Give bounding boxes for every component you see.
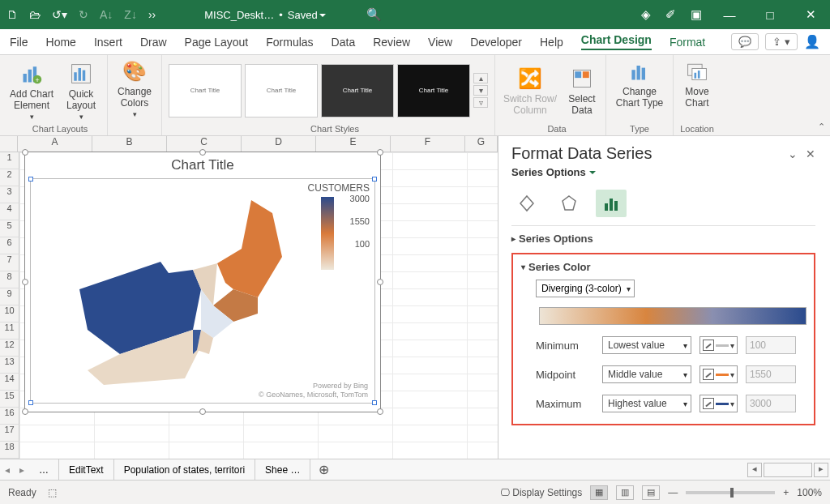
tab-nav-next[interactable]: ▸ bbox=[15, 464, 29, 476]
menu-data[interactable]: Data bbox=[332, 36, 356, 49]
change-colors-button[interactable]: 🎨 Change Colors▾ bbox=[114, 58, 155, 118]
row-header[interactable]: 8 bbox=[0, 271, 19, 288]
chart-style-3[interactable]: Chart Title bbox=[321, 64, 394, 117]
normal-view-button[interactable]: ▦ bbox=[590, 485, 608, 500]
sheet-tab[interactable]: … bbox=[29, 459, 59, 480]
series-tab-icon[interactable] bbox=[596, 190, 627, 217]
close-button[interactable]: ✕ bbox=[798, 7, 824, 22]
sheet-tab[interactable]: Shee … bbox=[255, 459, 310, 480]
col-header[interactable]: A bbox=[18, 136, 92, 152]
page-break-view-button[interactable]: ▤ bbox=[642, 485, 660, 500]
row-header[interactable]: 5 bbox=[0, 220, 19, 237]
display-settings-button[interactable]: 🖵 Display Settings bbox=[500, 487, 582, 498]
ribbon-mode-icon[interactable]: ▣ bbox=[691, 7, 702, 22]
pane-close-icon[interactable]: ✕ bbox=[806, 147, 815, 160]
maximize-button[interactable]: □ bbox=[757, 8, 783, 22]
series-options-section[interactable]: ▸Series Options bbox=[511, 233, 815, 245]
zoom-in-button[interactable]: + bbox=[783, 487, 789, 498]
row-header[interactable]: 15 bbox=[0, 391, 19, 408]
effects-tab-icon[interactable] bbox=[554, 190, 584, 217]
midpoint-dropdown[interactable]: Middle value bbox=[602, 365, 691, 383]
macro-record-icon[interactable]: ⬚ bbox=[48, 487, 57, 498]
row-header[interactable]: 12 bbox=[0, 340, 19, 357]
row-header[interactable]: 13 bbox=[0, 357, 19, 374]
change-chart-type-button[interactable]: Change Chart Type bbox=[613, 58, 666, 109]
col-header[interactable]: G bbox=[465, 136, 498, 152]
row-header[interactable]: 6 bbox=[0, 237, 19, 254]
chart-style-2[interactable]: Chart Title bbox=[245, 64, 318, 117]
col-header[interactable]: B bbox=[92, 136, 167, 152]
premium-icon[interactable]: ◈ bbox=[641, 7, 651, 22]
minimum-dropdown[interactable]: Lowest value bbox=[602, 336, 691, 354]
menu-help[interactable]: Help bbox=[540, 36, 563, 49]
chart-style-4[interactable]: Chart Title bbox=[397, 64, 470, 117]
color-type-dropdown[interactable]: Diverging (3-color) bbox=[536, 280, 635, 297]
menu-view[interactable]: View bbox=[428, 36, 452, 49]
menu-page-layout[interactable]: Page Layout bbox=[185, 36, 249, 49]
page-layout-view-button[interactable]: ▥ bbox=[616, 485, 634, 500]
styles-scroll-up[interactable]: ▴ bbox=[473, 73, 488, 83]
series-color-section[interactable]: ▾Series Color bbox=[521, 261, 806, 273]
sort-asc-icon[interactable]: A↓ bbox=[100, 8, 113, 21]
col-header[interactable]: F bbox=[391, 136, 465, 152]
hscroll-track[interactable] bbox=[764, 463, 812, 477]
share-button[interactable]: ⇪ ▾ bbox=[765, 33, 798, 50]
collapse-ribbon-icon[interactable]: ⌃ bbox=[818, 122, 825, 132]
new-file-icon[interactable]: 🗋 bbox=[6, 8, 18, 21]
row-header[interactable]: 18 bbox=[0, 442, 19, 459]
pane-collapse-icon[interactable]: ⌄ bbox=[788, 147, 798, 160]
minimize-button[interactable]: — bbox=[717, 8, 742, 22]
comments-button[interactable]: 💬 bbox=[731, 33, 759, 50]
open-file-icon[interactable]: 🗁 bbox=[29, 8, 41, 21]
minimum-color-dropdown[interactable] bbox=[700, 336, 738, 354]
midpoint-color-dropdown[interactable] bbox=[700, 365, 738, 383]
select-all-corner[interactable] bbox=[0, 136, 18, 152]
menu-format[interactable]: Format bbox=[670, 36, 705, 49]
search-icon[interactable]: 🔍 bbox=[366, 7, 382, 22]
add-sheet-button[interactable]: ⊕ bbox=[310, 462, 337, 477]
row-header[interactable]: 16 bbox=[0, 408, 19, 425]
zoom-slider[interactable] bbox=[686, 491, 775, 494]
account-icon[interactable]: 👤 bbox=[804, 34, 820, 49]
fill-tab-icon[interactable] bbox=[511, 190, 542, 217]
chart-plot-area[interactable]: CUSTOMERS 3000 1550 100 P bbox=[30, 178, 375, 404]
save-state-label[interactable]: Saved bbox=[288, 9, 326, 21]
row-header[interactable]: 11 bbox=[0, 322, 19, 340]
pane-subtitle[interactable]: Series Options bbox=[511, 166, 815, 178]
row-header[interactable]: 2 bbox=[0, 169, 19, 186]
row-header[interactable]: 9 bbox=[0, 288, 19, 305]
chart-title[interactable]: Chart Title bbox=[25, 152, 380, 178]
redo-icon[interactable]: ↻ bbox=[79, 8, 88, 21]
row-header[interactable]: 7 bbox=[0, 254, 19, 271]
menu-draw[interactable]: Draw bbox=[140, 36, 167, 49]
menu-home[interactable]: Home bbox=[46, 36, 76, 49]
sheet-tab[interactable]: Population of states, territori bbox=[114, 459, 255, 480]
sort-desc-icon[interactable]: Z↓ bbox=[124, 8, 137, 21]
row-header[interactable]: 10 bbox=[0, 305, 19, 322]
hscroll-left[interactable]: ◂ bbox=[747, 463, 762, 477]
row-header[interactable]: 17 bbox=[0, 425, 19, 442]
sheet-tab[interactable]: EditText bbox=[59, 459, 114, 480]
menu-developer[interactable]: Developer bbox=[470, 36, 522, 49]
overflow-icon[interactable]: ›› bbox=[148, 8, 156, 21]
row-header[interactable]: 1 bbox=[0, 152, 19, 169]
styles-expand[interactable]: ▿ bbox=[473, 97, 488, 108]
move-chart-button[interactable]: Move Chart bbox=[680, 58, 714, 109]
magic-icon[interactable]: ✐ bbox=[665, 7, 676, 22]
quick-layout-button[interactable]: Quick Layout▾ bbox=[62, 61, 101, 121]
menu-file[interactable]: File bbox=[10, 36, 28, 49]
menu-chart-design[interactable]: Chart Design bbox=[581, 33, 652, 50]
col-header[interactable]: D bbox=[242, 136, 316, 152]
maximum-dropdown[interactable]: Highest value bbox=[602, 395, 691, 412]
row-header[interactable]: 4 bbox=[0, 203, 19, 220]
menu-insert[interactable]: Insert bbox=[94, 36, 122, 49]
select-data-button[interactable]: Select Data bbox=[565, 66, 599, 116]
zoom-out-button[interactable]: — bbox=[668, 487, 678, 498]
row-header[interactable]: 14 bbox=[0, 374, 19, 391]
styles-scroll-down[interactable]: ▾ bbox=[473, 85, 488, 96]
hscroll-right[interactable]: ▸ bbox=[814, 463, 828, 477]
chart-object[interactable]: Chart Title bbox=[24, 152, 381, 412]
menu-review[interactable]: Review bbox=[373, 36, 410, 49]
tab-nav-prev[interactable]: ◂ bbox=[0, 464, 15, 476]
zoom-level-label[interactable]: 100% bbox=[797, 487, 822, 498]
